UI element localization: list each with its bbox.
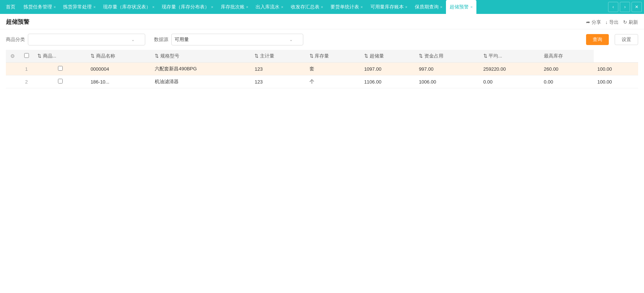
- row-stock: 1097.00: [361, 63, 415, 75]
- nav-tab-label: 要货单统计表: [330, 4, 359, 10]
- select-all-checkbox[interactable]: [24, 53, 29, 58]
- col-header-product-name[interactable]: ⇅ 商品名称: [87, 50, 151, 63]
- col-max-stock-label: 最高库存: [544, 53, 563, 59]
- nav-tab-label: 收发存汇总表: [291, 4, 319, 10]
- row-avg: 260.00: [540, 63, 594, 75]
- nav-tab-tab-3[interactable]: 现存量（库存状况表） ×: [99, 0, 158, 14]
- nav-tab-label: 现存量（库存分布表）: [162, 4, 209, 10]
- nav-tab-close-btn[interactable]: ×: [93, 5, 95, 9]
- col-header-spec[interactable]: ⇅ 规格型号: [151, 50, 251, 63]
- col-unit-label: 主计量: [260, 53, 274, 59]
- row-product-code: 186-10...: [87, 75, 151, 88]
- nav-tab-close-btn[interactable]: ×: [470, 5, 472, 9]
- nav-home[interactable]: 首页: [1, 0, 20, 14]
- row-avg: 0.00: [540, 75, 594, 88]
- col-overstock-label: 超储量: [370, 53, 384, 59]
- nav-tab-tab-7[interactable]: 收发存汇总表 ×: [287, 0, 327, 14]
- export-icon: ↓: [605, 19, 608, 25]
- row-number: 1: [19, 63, 34, 75]
- col-header-product-code[interactable]: ⇅ 商品...: [34, 50, 87, 63]
- query-button[interactable]: 查询: [586, 34, 609, 45]
- col-header-stock[interactable]: ⇅ 库存量: [306, 50, 361, 63]
- page-header: 超储预警 ➦ 分享 ↓ 导出 ↻ 刷新: [0, 14, 644, 29]
- nav-tab-tab-5[interactable]: 库存批次账 ×: [217, 0, 252, 14]
- header-actions: ➦ 分享 ↓ 导出 ↻ 刷新: [586, 19, 638, 26]
- data-table: ⚙ ⇅ 商品... ⇅ 商品名称 ⇅ 规格型号 ⇅: [6, 50, 638, 88]
- table-row: 2 186-10... 机油滤清器 123 个 1106.00 1006.00 …: [6, 75, 638, 88]
- row-product-code: 0000004: [87, 63, 151, 75]
- table-row: 1 0000004 六配套新昌490BPG 123 套 1097.00 997.…: [6, 63, 638, 75]
- col-product-name-label: 商品名称: [96, 53, 115, 59]
- row-spec: 123: [251, 63, 305, 75]
- row-product-name: 机油滤清器: [151, 75, 251, 88]
- nav-tab-close-btn[interactable]: ×: [211, 5, 213, 9]
- nav-tab-label: 拣货任务管理: [23, 4, 52, 10]
- col-header-overstock[interactable]: ⇅ 超储量: [361, 50, 415, 63]
- row-max-stock: 100.00: [594, 63, 638, 75]
- col-header-capital[interactable]: ⇅ 资金占用: [415, 50, 480, 63]
- row-unit: 套: [306, 63, 361, 75]
- nav-prev-btn[interactable]: ‹: [608, 2, 618, 12]
- row-stock: 1106.00: [361, 75, 415, 88]
- col-stock-label: 库存量: [315, 53, 329, 59]
- row-overstock: 1006.00: [415, 75, 480, 88]
- nav-tab-close-btn[interactable]: ×: [54, 5, 56, 9]
- product-category-filter: 商品分类 ⌄: [6, 34, 145, 45]
- nav-tab-label: 拣货异常处理: [63, 4, 92, 10]
- data-source-value: 可用量: [175, 36, 189, 43]
- col-header-max-stock[interactable]: 最高库存: [540, 50, 594, 63]
- refresh-icon: ↻: [623, 19, 627, 25]
- nav-tab-tab-8[interactable]: 要货单统计表 ×: [327, 0, 366, 14]
- col-header-unit[interactable]: ⇅ 主计量: [251, 50, 305, 63]
- data-source-label: 数据源: [154, 36, 168, 43]
- row-unit: 个: [306, 75, 361, 88]
- nav-tab-tab-11[interactable]: 超储预警 ×: [446, 0, 476, 14]
- nav-tab-close-btn[interactable]: ×: [152, 5, 154, 9]
- nav-tab-tab-9[interactable]: 可用量库存账本 ×: [367, 0, 411, 14]
- action-buttons: 查询 设置: [586, 34, 638, 45]
- row-capital: 0.00: [480, 75, 540, 88]
- row-checkbox-cell[interactable]: [34, 63, 87, 75]
- nav-tab-tab-6[interactable]: 出入库流水 ×: [252, 0, 287, 14]
- nav-tab-close-btn[interactable]: ×: [321, 5, 323, 9]
- product-category-label: 商品分类: [6, 36, 25, 43]
- col-spec-label: 规格型号: [160, 53, 179, 59]
- row-checkbox[interactable]: [58, 79, 63, 84]
- export-button[interactable]: ↓ 导出: [605, 19, 619, 26]
- col-capital-label: 资金占用: [424, 53, 443, 59]
- nav-tab-tab-1[interactable]: 拣货任务管理 ×: [20, 0, 59, 14]
- col-header-checkbox[interactable]: [19, 50, 34, 63]
- nav-tab-close-btn[interactable]: ×: [281, 5, 283, 9]
- nav-tab-close-btn[interactable]: ×: [405, 5, 407, 9]
- col-header-settings: ⚙: [6, 50, 19, 63]
- nav-tab-close-btn[interactable]: ×: [440, 5, 442, 9]
- refresh-button[interactable]: ↻ 刷新: [623, 19, 638, 26]
- page-title: 超储预警: [6, 18, 29, 26]
- row-settings-cell: [6, 63, 19, 75]
- nav-tab-label: 出入库流水: [256, 4, 279, 10]
- row-checkbox-cell[interactable]: [34, 75, 87, 88]
- nav-tab-tab-2[interactable]: 拣货异常处理 ×: [59, 0, 99, 14]
- nav-tab-tab-4[interactable]: 现存量（库存分布表） ×: [158, 0, 217, 14]
- gear-icon[interactable]: ⚙: [10, 53, 15, 59]
- nav-next-btn[interactable]: ›: [620, 2, 630, 12]
- data-source-select[interactable]: 可用量 ⌄: [171, 34, 303, 45]
- nav-tab-tab-10[interactable]: 保质期查询 ×: [411, 0, 446, 14]
- data-source-filter: 数据源 可用量 ⌄: [154, 34, 303, 45]
- nav-tab-close-btn[interactable]: ×: [361, 5, 363, 9]
- share-button[interactable]: ➦ 分享: [586, 19, 601, 26]
- chevron-down-icon: ⌄: [289, 37, 293, 42]
- chevron-down-icon: ⌄: [131, 37, 135, 42]
- product-category-select[interactable]: ⌄: [28, 34, 145, 45]
- col-avg-label: 平均...: [489, 53, 502, 59]
- table-area: ⚙ ⇅ 商品... ⇅ 商品名称 ⇅ 规格型号 ⇅: [0, 50, 644, 88]
- nav-arrows: ‹ › ✕: [607, 2, 643, 12]
- nav-tab-close-btn[interactable]: ×: [246, 5, 248, 9]
- settings-button[interactable]: 设置: [615, 34, 638, 45]
- row-checkbox[interactable]: [58, 66, 63, 71]
- col-header-avg[interactable]: ⇅ 平均...: [480, 50, 540, 63]
- share-icon: ➦: [586, 19, 590, 25]
- nav-tab-label: 可用量库存账本: [370, 4, 404, 10]
- nav-close-btn[interactable]: ✕: [632, 2, 642, 12]
- nav-tab-label: 超储预警: [450, 4, 469, 10]
